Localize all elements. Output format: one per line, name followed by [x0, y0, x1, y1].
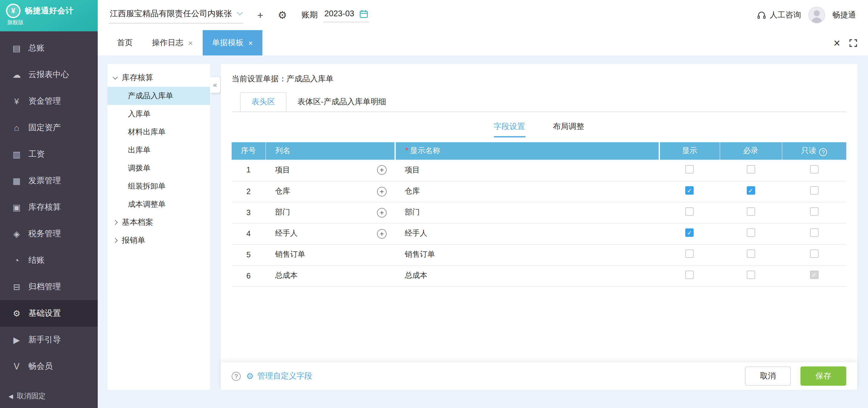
tax-icon: ◈ [11, 229, 22, 239]
tree-item-transfer[interactable]: 调拨单 [107, 159, 210, 177]
required-checkbox[interactable] [746, 229, 755, 237]
tab-label: 操作日志 [152, 37, 183, 48]
sidebar-item-invoices[interactable]: ▦ 发票管理 [0, 168, 98, 194]
sidebar-item-general-ledger[interactable]: ▤ 总账 [0, 35, 98, 62]
gear-icon[interactable]: ⚙ [278, 10, 287, 20]
display-name[interactable]: 经手人 [395, 223, 659, 244]
sidebar-item-closing[interactable]: ◔ 结账 [0, 247, 98, 274]
sidebar-item-basic-settings[interactable]: ⚙ 基础设置 [0, 300, 98, 327]
readonly-cell [782, 265, 846, 286]
sidebar-item-tax[interactable]: ◈ 税务管理 [0, 220, 98, 247]
required-checkbox[interactable] [746, 186, 755, 195]
calendar-icon[interactable] [360, 9, 368, 18]
tree-item-issue[interactable]: 出库单 [107, 141, 210, 159]
close-icon[interactable]: × [248, 39, 253, 47]
save-button[interactable]: 保存 [801, 366, 846, 386]
gear-icon[interactable]: ⚙ [246, 372, 254, 380]
show-checkbox[interactable] [685, 249, 694, 258]
show-checkbox[interactable] [685, 207, 694, 216]
required-checkbox[interactable] [746, 249, 755, 258]
manage-custom-fields-link[interactable]: 管理自定义字段 [257, 371, 312, 381]
tab-document-template[interactable]: 单据模板 × [203, 30, 262, 56]
readonly-checkbox[interactable] [810, 165, 818, 174]
subtab-field-settings[interactable]: 字段设置 [494, 121, 525, 137]
topbar: 江西服宝精品有限责任公司内账张 + ⚙ 账期 2023-03 [98, 0, 868, 30]
display-name[interactable]: 项目 [395, 160, 659, 181]
table-row: 1 项目 + 项目 [231, 160, 846, 181]
sidebar-item-funds[interactable]: ¥ 资金管理 [0, 88, 98, 114]
tree-group-expense[interactable]: 报销单 [107, 231, 210, 249]
tree-group-basic-archives[interactable]: 基本档案 [107, 213, 210, 231]
circle-plus-icon[interactable]: + [377, 186, 386, 196]
sidebar-item-salary[interactable]: ▥ 工资 [0, 141, 98, 168]
tree-item-cost-adjust[interactable]: 成本调整单 [107, 195, 210, 213]
sidebar-item-label: 税务管理 [28, 229, 61, 239]
close-icon[interactable]: × [834, 37, 840, 48]
tab-home[interactable]: 首页 [107, 30, 142, 56]
circle-plus-icon[interactable]: + [377, 208, 386, 217]
sidebar-item-label: 基础设置 [28, 308, 61, 319]
readonly-cell [782, 223, 846, 244]
column-name: 项目 [275, 166, 290, 174]
tab-label: 单据模板 [212, 37, 243, 48]
sidebar-item-fixed-assets[interactable]: ⌂ 固定资产 [0, 114, 98, 141]
show-checkbox[interactable] [685, 271, 694, 279]
tab-operation-log[interactable]: 操作日志 × [142, 30, 203, 56]
username[interactable]: 畅捷通 [832, 10, 856, 21]
required-checkbox[interactable] [746, 207, 755, 216]
required-checkbox[interactable] [746, 271, 755, 279]
tree-item-material-issue[interactable]: 材料出库单 [107, 123, 210, 141]
display-name[interactable]: 仓库 [395, 181, 659, 202]
tab-header-area[interactable]: 表头区 [240, 92, 286, 111]
cancel-button[interactable]: 取消 [745, 366, 791, 386]
readonly-checkbox[interactable] [810, 207, 818, 216]
invoice-icon: ▦ [11, 176, 22, 185]
show-checkbox[interactable] [685, 165, 694, 174]
sidebar-item-archive[interactable]: ⊟ 归档管理 [0, 274, 98, 300]
col-header-required: 必录 [720, 142, 782, 160]
sidebar-item-label: 库存核算 [28, 202, 61, 213]
col-header-label: 显示名称 [410, 146, 440, 155]
period-field[interactable]: 2023-03 [323, 8, 369, 22]
sidebar-item-inventory[interactable]: ▣ 库存核算 [0, 194, 98, 220]
readonly-checkbox[interactable] [810, 229, 818, 237]
help-icon[interactable]: ? [819, 148, 827, 157]
fullscreen-icon[interactable] [849, 39, 857, 47]
table-row: 2 仓库 + 仓库 [231, 181, 846, 202]
support-button[interactable]: 人工咨询 [757, 10, 801, 21]
archive-icon: ⊟ [11, 282, 22, 292]
column-name-cell: 项目 + [266, 160, 395, 181]
readonly-cell [782, 181, 846, 202]
display-name[interactable]: 部门 [395, 202, 659, 223]
tree-group-inventory[interactable]: 库存核算 [107, 69, 210, 87]
tree-item-receipt[interactable]: 入库单 [107, 105, 210, 123]
company-selector[interactable]: 江西服宝精品有限责任公司内账张 [108, 7, 243, 23]
footer-buttons: 取消 保存 [745, 366, 846, 386]
required-checkbox[interactable] [746, 165, 755, 174]
subtab-layout-adjust[interactable]: 布局调整 [553, 121, 584, 137]
add-account-set-button[interactable]: + [257, 10, 263, 20]
readonly-checkbox[interactable] [810, 271, 818, 279]
close-icon[interactable]: × [188, 39, 193, 47]
collapse-panel-button[interactable]: « [210, 77, 220, 93]
tree-item-label: 入库单 [128, 109, 151, 119]
sidebar-item-member[interactable]: Ⅴ 畅会员 [0, 353, 98, 380]
display-name[interactable]: 总成本 [395, 265, 659, 286]
chevron-down-icon [113, 74, 118, 79]
tab-body-area[interactable]: 表体区-产成品入库单明细 [286, 92, 397, 111]
readonly-checkbox[interactable] [810, 186, 818, 195]
sidebar-item-guide[interactable]: ▶ 新手引导 [0, 327, 98, 353]
tree-item-finished-goods-receipt[interactable]: 产成品入库单 [107, 87, 210, 105]
sidebar-item-cloud-reports[interactable]: ☁ 云报表中心 [0, 62, 98, 88]
avatar[interactable] [808, 7, 825, 24]
circle-plus-icon[interactable]: + [377, 165, 386, 175]
main-area: 江西服宝精品有限责任公司内账张 + ⚙ 账期 2023-03 [98, 0, 868, 408]
unpin-button[interactable]: ◀ 取消固定 [0, 384, 98, 408]
display-name[interactable]: 销售订单 [395, 244, 659, 265]
circle-plus-icon[interactable]: + [377, 229, 386, 238]
tree-item-assembly[interactable]: 组装拆卸单 [107, 177, 210, 195]
readonly-checkbox[interactable] [810, 249, 818, 258]
show-checkbox[interactable] [685, 186, 694, 195]
help-icon[interactable]: ? [231, 372, 241, 381]
show-checkbox[interactable] [685, 229, 694, 237]
